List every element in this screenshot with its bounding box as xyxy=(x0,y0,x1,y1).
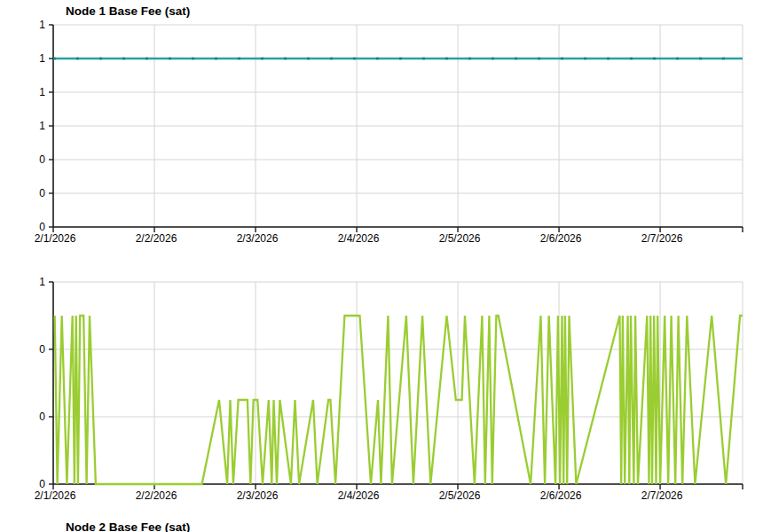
series-line xyxy=(55,316,743,484)
y-tick-label: 1 xyxy=(39,276,45,288)
y-tick-label: 1 xyxy=(39,120,45,132)
node1-base-fee-chart: Node 1 Base Fee (sat) 11110002/1/20262/2… xyxy=(0,0,763,257)
node1-chart-title: Node 1 Base Fee (sat) xyxy=(66,4,190,18)
node2-chart-title: Node 2 Base Fee (sat) xyxy=(66,520,190,532)
x-tick-label: 2/4/2026 xyxy=(338,232,380,245)
x-tick-label: 2/3/2026 xyxy=(237,232,279,245)
x-tick-label: 2/7/2026 xyxy=(641,489,683,502)
node2-chart-canvas: 10002/1/20262/2/20262/3/20262/4/20262/5/… xyxy=(0,257,763,532)
x-tick-label: 2/5/2026 xyxy=(439,489,481,502)
y-tick-label: 0 xyxy=(39,187,45,200)
x-tick-label: 2/6/2026 xyxy=(540,232,582,245)
y-tick-label: 1 xyxy=(39,86,45,98)
x-tick-label: 2/5/2026 xyxy=(439,232,481,245)
x-tick-label: 2/2/2026 xyxy=(136,489,177,502)
x-tick-label: 2/4/2026 xyxy=(338,489,380,502)
y-tick-label: 0 xyxy=(39,221,45,233)
node2-base-fee-chart: Node 2 Base Fee (sat) 10002/1/20262/2/20… xyxy=(0,257,763,532)
y-tick-label: 0 xyxy=(39,478,45,490)
y-tick-label: 0 xyxy=(39,343,45,356)
y-tick-label: 1 xyxy=(39,19,45,31)
y-tick-label: 0 xyxy=(39,153,45,166)
x-tick-label: 2/3/2026 xyxy=(237,489,279,502)
x-tick-label: 2/2/2026 xyxy=(136,232,177,245)
y-tick-label: 0 xyxy=(39,411,45,423)
node1-chart-canvas: 11110002/1/20262/2/20262/3/20262/4/20262… xyxy=(0,0,763,257)
x-tick-label: 2/6/2026 xyxy=(540,489,582,502)
x-tick-label: 2/1/2026 xyxy=(35,232,76,245)
x-tick-label: 2/1/2026 xyxy=(35,489,76,502)
y-tick-label: 1 xyxy=(39,52,45,65)
x-tick-label: 2/7/2026 xyxy=(641,232,683,245)
